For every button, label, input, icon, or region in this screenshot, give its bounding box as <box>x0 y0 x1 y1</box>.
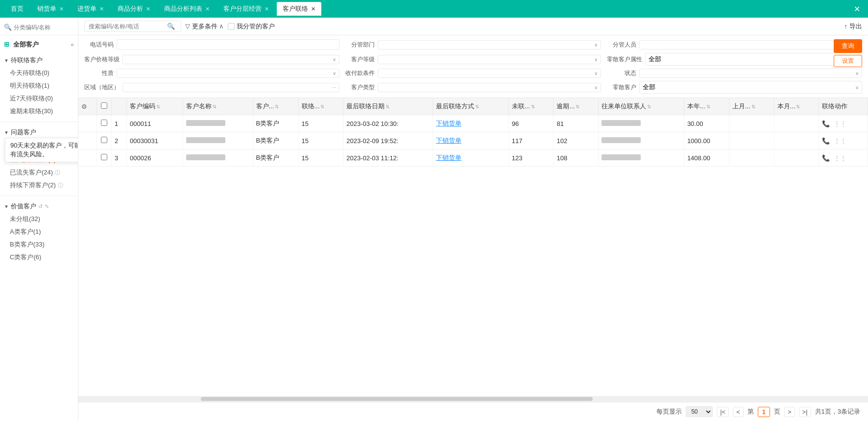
sidebar-item-declining[interactable]: 持续下滑客户(2) ⓘ <box>0 179 78 192</box>
next-page-btn[interactable]: > <box>784 407 795 417</box>
filter-nature-select[interactable]: ∨ <box>117 69 339 78</box>
query-button[interactable]: 查询 <box>834 39 862 53</box>
tab-customer-contact-close[interactable]: ✕ <box>311 6 315 12</box>
sidebar-item-ungroup[interactable]: 未分组(32) <box>0 213 78 225</box>
filter-customer-grade-select[interactable]: ∨ <box>378 55 601 64</box>
th-last-date[interactable]: 最后联络日期⇅ <box>343 98 433 115</box>
arrow-down-icon-2: ▼ <box>4 130 9 135</box>
tab-sales[interactable]: 销货单 ✕ <box>31 2 70 16</box>
td-last-method-3[interactable]: 下销货单 <box>433 149 508 167</box>
filter-scatter-select[interactable]: 全部 ∨ <box>639 81 862 94</box>
filter-dept: 分管部门 ∨ <box>345 39 601 50</box>
action-more-icon-3[interactable]: ⋮⋮ <box>834 154 846 162</box>
row-checkbox-3[interactable] <box>101 154 107 160</box>
sidebar-group-pending-title[interactable]: ▼ 待联络客户 <box>0 54 78 67</box>
td-action-3[interactable]: 📞 ⋮⋮ <box>819 149 868 167</box>
more-conditions-btn[interactable]: ▽ 更多条件 ∧ <box>185 22 224 31</box>
first-page-btn[interactable]: |< <box>717 407 729 417</box>
th-overdue[interactable]: 逾期...⇅ <box>554 98 599 115</box>
tab-analysis[interactable]: 商品分析 ✕ <box>112 2 156 16</box>
tab-analysis-close[interactable]: ✕ <box>146 6 150 12</box>
sidebar-item-class-a[interactable]: A类客户(1) <box>0 225 78 238</box>
sidebar-item-churned[interactable]: 已流失客户(24) ⓘ <box>0 166 78 179</box>
my-customers-checkbox[interactable] <box>228 23 235 30</box>
th-contact[interactable]: 联络...⇅ <box>298 98 343 115</box>
td-checkbox-3[interactable] <box>97 149 112 167</box>
th-this-month[interactable]: 本月...⇅ <box>774 98 819 115</box>
th-last-month[interactable]: 上月...⇅ <box>729 98 774 115</box>
th-code[interactable]: 客户编码⇅ <box>127 98 183 115</box>
filter-payment-select[interactable]: ∨ <box>378 69 601 78</box>
td-name-1 <box>183 115 253 132</box>
tab-purchase[interactable]: 进货单 ✕ <box>72 2 110 16</box>
settings-button[interactable]: 设置 <box>834 55 862 67</box>
last-method-link-3[interactable]: 下销货单 <box>436 154 461 161</box>
td-last-method-1[interactable]: 下销货单 <box>433 115 508 132</box>
action-more-icon-2[interactable]: ⋮⋮ <box>834 137 846 145</box>
th-liaison[interactable]: 往来单位联系人⇅ <box>599 98 684 115</box>
row-checkbox-2[interactable] <box>101 137 107 143</box>
td-checkbox-2[interactable] <box>97 132 112 149</box>
scrollbar-thumb[interactable] <box>201 397 593 401</box>
sidebar-item-overdue[interactable]: 逾期未联络(30) <box>0 105 78 118</box>
filter-dept-select[interactable]: ∨ <box>378 40 601 50</box>
th-this-year[interactable]: 本年...⇅ <box>684 98 729 115</box>
action-phone-icon-1[interactable]: 📞 <box>822 120 830 127</box>
sidebar-group-problem-title[interactable]: ▼ 问题客户 <box>0 126 78 139</box>
td-last-method-2[interactable]: 下销货单 <box>433 132 508 149</box>
select-all-checkbox[interactable] <box>101 102 107 109</box>
window-close-icon[interactable]: ✕ <box>850 5 864 13</box>
value-refresh-icon[interactable]: ↺ <box>38 203 43 210</box>
tab-analysis-list[interactable]: 商品分析列表 ✕ <box>158 2 216 16</box>
horizontal-scrollbar[interactable] <box>78 396 868 402</box>
td-action-1[interactable]: 📞 ⋮⋮ <box>819 115 868 132</box>
th-type[interactable]: 客户...⇅ <box>253 98 298 115</box>
sidebar-item-class-c[interactable]: C类客户(6) <box>0 251 78 264</box>
filter-status-select[interactable]: ∨ <box>639 69 862 78</box>
th-uncontacted[interactable]: 未联...⇅ <box>508 98 554 115</box>
search-input[interactable] <box>89 23 167 30</box>
th-gear[interactable]: ⚙ <box>78 98 97 115</box>
action-more-icon-1[interactable]: ⋮⋮ <box>834 120 846 127</box>
sidebar-all-customers[interactable]: ⊞ 全部客户 « <box>0 37 78 52</box>
action-phone-icon-2[interactable]: 📞 <box>822 137 830 145</box>
sidebar-group-value-title[interactable]: ▼ 价值客户 ↺ ✎ <box>0 200 78 213</box>
td-action-2[interactable]: 📞 ⋮⋮ <box>819 132 868 149</box>
filter-scatter-attr-select[interactable]: 全部 ∨ <box>645 53 862 66</box>
tab-customer-layer-close[interactable]: ✕ <box>265 6 269 12</box>
sidebar-item-tomorrow[interactable]: 明天待联络(1) <box>0 79 78 92</box>
prev-page-btn[interactable]: < <box>733 407 744 417</box>
sidebar-item-7days[interactable]: 近7天待联络(0) <box>0 92 78 105</box>
filter-price-grade-select[interactable]: ∨ <box>122 55 339 64</box>
last-page-btn[interactable]: >| <box>799 407 811 417</box>
sidebar-item-class-b[interactable]: B类客户(33) <box>0 238 78 251</box>
sidebar-item-today[interactable]: 今天待联络(0) <box>0 67 78 79</box>
tab-sales-close[interactable]: ✕ <box>59 6 64 12</box>
filter-manager-select[interactable]: ∨ <box>639 40 854 50</box>
export-btn[interactable]: ↑ 导出 <box>844 22 863 31</box>
tab-analysis-list-close[interactable]: ✕ <box>205 6 210 12</box>
action-phone-icon-3[interactable]: 📞 <box>822 154 830 162</box>
filter-customer-type-select[interactable]: ∨ <box>378 83 601 92</box>
td-overdue-1: 81 <box>554 115 599 132</box>
th-name[interactable]: 客户名称⇅ <box>183 98 253 115</box>
last-method-link-1[interactable]: 下销货单 <box>436 120 461 127</box>
tab-customer-layer[interactable]: 客户分层经营 ✕ <box>217 2 275 16</box>
row-checkbox-1[interactable] <box>101 120 107 126</box>
value-edit-icon[interactable]: ✎ <box>45 203 49 210</box>
per-page-select[interactable]: 50 20 100 <box>686 406 713 417</box>
sidebar-search-input[interactable] <box>14 24 78 31</box>
filter-phone-input[interactable] <box>117 39 339 50</box>
filter-search-icon[interactable]: 🔍 <box>167 23 175 30</box>
filter-dept-label: 分管部门 <box>345 41 375 49</box>
filter-region-select[interactable]: ··· <box>122 83 339 92</box>
last-method-link-2[interactable]: 下销货单 <box>436 137 461 144</box>
sidebar-collapse-icon[interactable]: « <box>71 41 74 48</box>
tab-home[interactable]: 首页 <box>5 2 29 16</box>
th-checkbox[interactable] <box>97 98 112 115</box>
td-checkbox-1[interactable] <box>97 115 112 132</box>
tab-purchase-close[interactable]: ✕ <box>99 6 104 12</box>
my-customers-filter[interactable]: 我分管的客户 <box>228 22 275 31</box>
tab-customer-contact[interactable]: 客户联络 ✕ <box>277 2 321 16</box>
th-last-method[interactable]: 最后联络方式⇅ <box>433 98 508 115</box>
